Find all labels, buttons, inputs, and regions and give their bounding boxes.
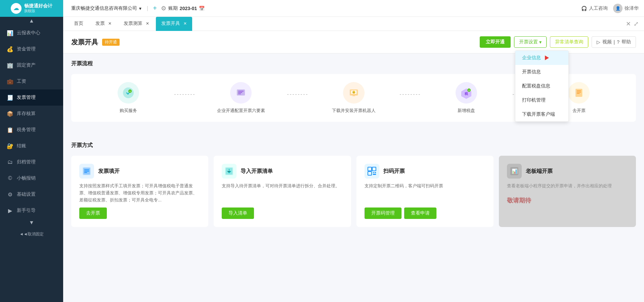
logo-text-group: 畅捷通好会计 旗舰版	[24, 3, 52, 14]
process-step-add-tax: 税 + 新增税盘	[420, 82, 512, 114]
logo-subtitle: 旗舰版	[24, 8, 52, 13]
immediate-open-button[interactable]: 立即开通	[480, 36, 511, 48]
tab-close-fapiao[interactable]: ✕	[108, 21, 112, 26]
coming-soon-text: 敬请期待	[507, 196, 628, 204]
svg-point-0	[123, 87, 134, 98]
download-label: 下载并安装开票机器人	[332, 108, 376, 114]
sidebar-item-gongzi[interactable]: 💼 工资	[0, 73, 63, 89]
add-tax-label: 新增税盘	[458, 108, 475, 114]
unpin-button[interactable]: ◄◄取消固定	[0, 227, 63, 242]
method-import-header: 导入开票清单	[222, 164, 343, 179]
sidebar-item-label: 发票管理	[17, 95, 36, 101]
sidebar-item-label: 税务管理	[17, 127, 36, 133]
scan-invoice-desc: 支持定制开票二维码，客户端可扫码开票	[364, 183, 485, 190]
close-page-icon[interactable]: ✕	[626, 20, 631, 28]
sidebar-item-gudingzichan[interactable]: 🏢 固定资产	[0, 57, 63, 73]
calendar-icon[interactable]: 📅	[199, 6, 205, 11]
svg-rect-27	[372, 167, 376, 171]
sidebar-item-zijin[interactable]: 💰 资金管理	[0, 41, 63, 57]
chevron-down-icon: ▾	[139, 6, 141, 11]
import-list-button[interactable]: 导入清单	[222, 207, 254, 219]
dropdown-item-company-info[interactable]: 企业信息	[515, 51, 568, 65]
expand-page-icon[interactable]: ⤢	[634, 20, 639, 28]
settings-icon[interactable]: ⚙	[161, 5, 166, 12]
tab-home[interactable]: 首页	[69, 17, 89, 31]
sidebar-item-label: 基础设置	[17, 191, 36, 197]
add-tax-icon: 税 +	[456, 82, 477, 104]
user-profile[interactable]: 👤 徐泽华	[613, 4, 639, 13]
abnormal-list-button[interactable]: 异常清单查询	[550, 36, 588, 48]
buy-service-icon: +	[118, 82, 139, 104]
dropdown-item-download-client[interactable]: 下载开票客户端	[515, 107, 568, 121]
tab-close-kaiaju[interactable]: ✕	[183, 21, 187, 26]
main-layout: ▲ 📊 云报表中心 💰 资金管理 🏢 固定资产 💼 工资 🧾 发票管理 📦 库存…	[0, 17, 644, 302]
sidebar-scroll-up[interactable]: ▲	[0, 17, 63, 25]
gongzi-icon: 💼	[7, 78, 13, 85]
company-selector[interactable]: 重庆畅捷交通信息咨询有限公司 ▾	[69, 4, 144, 13]
sidebar-item-jiezhang[interactable]: 🔐 结账	[0, 138, 63, 154]
top-header: ☁ 畅捷通好会计 旗舰版 重庆畅捷交通信息咨询有限公司 ▾ | + ⚙ 账期 2…	[0, 0, 644, 17]
video-help-button[interactable]: ▷ 视频 | ? 帮助	[592, 36, 636, 48]
logo-title: 畅捷通好会计	[24, 3, 52, 9]
go-invoice-icon	[568, 82, 590, 104]
page-actions: 立即开通 开票设置 ▾ 异常清单查询 ▷ 视频 | ? 帮助	[480, 36, 636, 48]
download-icon: 😐	[343, 82, 364, 104]
dropdown-item-tax-config[interactable]: 配置税盘信息	[515, 79, 568, 93]
scan-invoice-title: 扫码开票	[383, 168, 405, 175]
question-icon: ?	[617, 39, 619, 45]
sidebar-item-label: 归档管理	[17, 159, 36, 165]
consult-button[interactable]: 🎧 人工咨询	[581, 5, 608, 11]
method-scan-header: 扫码开票	[364, 164, 485, 179]
qr-manage-button[interactable]: 开票码管理	[364, 207, 401, 219]
method-fill-header: 发票填开	[79, 164, 200, 179]
status-badge: 待开通	[102, 39, 120, 46]
tab-fapiao[interactable]: 发票 ✕	[90, 17, 117, 31]
main-content: 首页 发票 ✕ 发票测算 ✕ 发票开具 ✕ ✕ ⤢	[63, 17, 644, 302]
import-invoice-desc: 支持导入待开票清单，可对待开票清单进行拆分、合并处理。	[222, 183, 343, 190]
page-header: 发票开具 待开通 立即开通 开票设置 ▾ 异常清单查询 ▷ 视频 | ?	[63, 31, 644, 53]
tab-close-cesuan[interactable]: ✕	[146, 21, 149, 26]
scan-buttons: 开票码管理 查看申请	[364, 207, 485, 219]
sidebar-item-xinshou[interactable]: ▶ 新手引导	[0, 202, 63, 219]
methods-section: 开票方式	[63, 135, 644, 234]
tab-fapiaokaiaju[interactable]: 发票开具 ✕	[156, 17, 192, 31]
account-period: 账期 2023-01 📅	[168, 5, 205, 11]
view-apply-button[interactable]: 查看申请	[404, 207, 436, 219]
process-step-download: 😐 下载并安装开票机器人	[307, 82, 400, 114]
sidebar-item-guidang[interactable]: 🗂 归档管理	[0, 154, 63, 170]
method-card-boss: 📊 老板端开票 查看老板端小程序提交的开票申请，并作出相应的处理 敬请期待	[499, 156, 636, 227]
headset-icon: 🎧	[581, 6, 587, 11]
svg-rect-28	[368, 172, 372, 175]
add-company-icon[interactable]: +	[153, 4, 157, 12]
sidebar: ▲ 📊 云报表中心 💰 资金管理 🏢 固定资产 💼 工资 🧾 发票管理 📦 库存…	[0, 17, 63, 302]
sidebar-item-jichushezhi[interactable]: ⚙ 基础设置	[0, 186, 63, 202]
sidebar-scroll-down[interactable]: ▼	[0, 219, 63, 227]
sidebar-item-shuiwu[interactable]: 📋 税务管理	[0, 122, 63, 138]
fill-invoice-desc: 支持按照发票样式手工填开发票；可开具增值税电子普通发票、增值税普通发票、增值税专…	[79, 183, 200, 203]
process-step-buy: + 购买服务	[82, 82, 174, 114]
boss-invoice-icon: 📊	[507, 164, 522, 179]
kucun-icon: 📦	[7, 110, 13, 117]
dropdown-item-invoice-info[interactable]: 开票信息	[515, 65, 568, 79]
tab-fapiaocesuan[interactable]: 发票测算 ✕	[118, 17, 155, 31]
sidebar-item-kucun[interactable]: 📦 库存核算	[0, 106, 63, 122]
invoice-settings-button[interactable]: 开票设置 ▾	[514, 36, 547, 48]
method-boss-header: 📊 老板端开票	[507, 164, 628, 179]
logo-area: ☁ 畅捷通好会计 旗舰版	[0, 0, 63, 17]
fill-invoice-button[interactable]: 去开票	[79, 207, 107, 219]
page-area: 发票开具 待开通 立即开通 开票设置 ▾ 异常清单查询 ▷ 视频 | ?	[63, 31, 644, 302]
sidebar-item-label: 新手引导	[17, 207, 36, 214]
chevron-down-icon: ▾	[539, 39, 542, 45]
dropdown-item-printer[interactable]: 打印机管理	[515, 93, 568, 107]
sidebar-item-fapiao[interactable]: 🧾 发票管理	[0, 89, 63, 106]
svg-rect-31	[373, 174, 376, 175]
svg-rect-15	[575, 89, 582, 97]
sidebar-item-yunbiao[interactable]: 📊 云报表中心	[0, 25, 63, 41]
page-title-area: 发票开具 待开通	[71, 38, 120, 47]
sidebar-item-xiaochang[interactable]: © 小畅报销	[0, 170, 63, 186]
config-icon	[230, 82, 252, 104]
page-title: 发票开具	[71, 38, 98, 47]
gudingzichan-icon: 🏢	[7, 62, 13, 69]
connector2	[287, 94, 307, 95]
buy-service-label: 购买服务	[120, 108, 137, 114]
